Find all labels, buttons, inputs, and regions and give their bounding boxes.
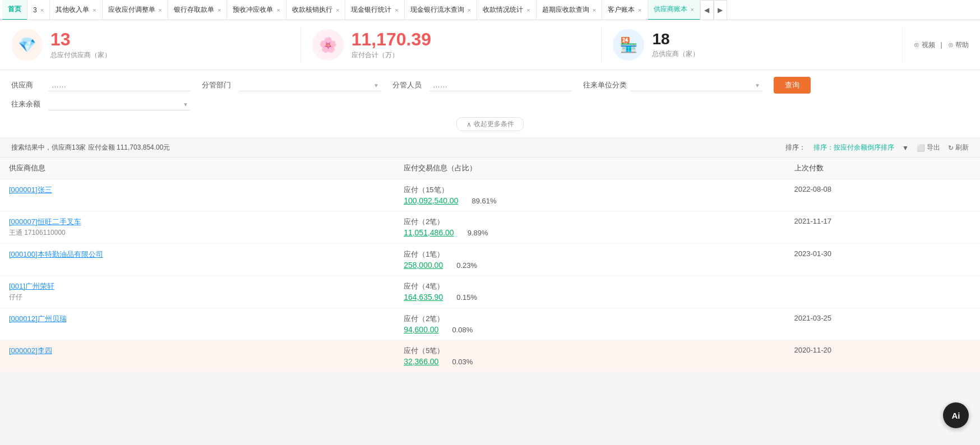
payable-amount[interactable]: 94,600.00: [404, 325, 438, 334]
filter-balance-select[interactable]: [48, 98, 191, 110]
nav-tab-receipt-stat[interactable]: 收款情况统计 ×: [477, 0, 536, 20]
summary-number-suppliers: 13: [50, 30, 111, 49]
nav-tab-cash-flow-query-label: 现金银行流水查询: [410, 5, 464, 15]
nav-tab-supplier-ledger[interactable]: 供应商账本 ×: [648, 0, 700, 20]
nav-tab-home[interactable]: 首页: [2, 0, 27, 20]
query-button[interactable]: 查询: [774, 77, 811, 94]
nav-tab-supplier-ledger-label: 供应商账本: [654, 4, 687, 14]
sep: |: [941, 41, 942, 49]
nav-tab-3[interactable]: 3 ×: [27, 0, 50, 20]
last-pay-date: 2020-11-20: [794, 346, 832, 354]
refresh-button[interactable]: ↻ 刷新: [948, 143, 969, 152]
nav-tab-cash-bank-stat[interactable]: 现金银行统计 ×: [345, 0, 404, 20]
supplier-link[interactable]: [000100]本特勤油品有限公司: [9, 250, 103, 258]
nav-tab-ar-ap-adjust-label: 应收应付调整单: [108, 5, 155, 15]
nav-tab-bank-deposit-label: 银行存取款单: [174, 5, 214, 15]
nav-tab-overdue-ar[interactable]: 超期应收款查询 ×: [537, 0, 602, 20]
th-payable-info: 应付交易信息（占比）: [395, 157, 785, 179]
nav-tab-customer-ledger-label: 客户账本: [608, 5, 635, 15]
supplier-sub: 仔仔: [9, 293, 386, 302]
nav-tab-cash-flow-query[interactable]: 现金银行流水查询 ×: [405, 0, 477, 20]
result-info: 搜索结果中，供应商13家 应付金额 111,703,854.00元: [11, 143, 785, 152]
table-row: [000100]本特勤油品有限公司应付（1笔） 258,000.00 0.23%…: [0, 244, 980, 276]
payable-info-cell: 应付（5笔） 32,366.00 0.03%: [395, 340, 785, 372]
nav-tab-advance-ar[interactable]: 预收冲应收单 ×: [227, 0, 286, 20]
supplier-link[interactable]: [000007]恒旺二手叉车: [9, 217, 81, 226]
summary-card-suppliers: 💎 13 总应付供应商（家）: [11, 27, 301, 63]
close-tab-cash-flow-query-icon[interactable]: ×: [468, 7, 471, 13]
close-tab-3-icon[interactable]: ×: [40, 7, 44, 13]
summary-info-suppliers: 13 总应付供应商（家）: [50, 30, 111, 60]
filter-item-dept: 分管部门 ▼: [202, 79, 381, 91]
close-tab-cash-bank-stat-icon[interactable]: ×: [395, 7, 398, 13]
filter-dept-select[interactable]: [239, 79, 381, 91]
nav-tab-ar-ap-adjust[interactable]: 应收应付调整单 ×: [103, 0, 168, 20]
close-tab-bank-deposit-icon[interactable]: ×: [218, 7, 221, 13]
payable-amount[interactable]: 164,635.90: [404, 293, 443, 302]
supplier-link[interactable]: [000001]张三: [9, 186, 52, 194]
supplier-link[interactable]: [001]广州荣轩: [9, 282, 54, 290]
nav-tab-receipt-stat-label: 收款情况统计: [483, 5, 523, 15]
collapse-button-label: 收起更多条件: [474, 119, 514, 129]
supplier-info-cell: [000100]本特勤油品有限公司: [0, 244, 395, 276]
summary-icon-total-suppliers: 🏪: [613, 29, 644, 61]
summary-label-total-suppliers: 总供应商（家）: [652, 49, 699, 59]
table-body: [000001]张三应付（15笔） 100,092,540.00 89.61% …: [0, 179, 980, 372]
close-tab-other-income-icon[interactable]: ×: [93, 7, 96, 13]
last-pay-cell: 2021-11-17: [785, 211, 980, 244]
supplier-link[interactable]: [000012]广州贝瑞: [9, 314, 67, 323]
toolbar-right: 排序： 排序：按应付余额倒序排序 ▼ ⬜ 导出 ↻ 刷新: [785, 143, 969, 152]
close-tab-receipt-verify-icon[interactable]: ×: [336, 7, 339, 13]
nav-scroll-left-btn[interactable]: ◀: [700, 0, 714, 20]
last-pay-cell: 2022-08-08: [785, 179, 980, 211]
close-tab-advance-ar-icon[interactable]: ×: [276, 7, 280, 13]
payable-amount[interactable]: 32,366.00: [404, 357, 438, 366]
payable-count: 应付（2笔）: [404, 314, 776, 324]
payable-info-cell: 应付（1笔） 258,000.00 0.23%: [395, 244, 785, 276]
payable-pct: 0.23%: [456, 261, 477, 270]
close-tab-overdue-ar-icon[interactable]: ×: [593, 7, 596, 13]
summary-label-payable: 应付合计（万）: [352, 50, 431, 60]
filter-supplier-input[interactable]: [48, 79, 191, 91]
top-nav: 首页 3 × 其他收入单 × 应收应付调整单 × 银行存取款单 × 预收冲应收单…: [0, 0, 980, 20]
filter-balance-select-wrapper: ▼: [48, 98, 191, 110]
nav-scroll-right-btn[interactable]: ▶: [714, 0, 727, 20]
last-pay-date: 2021-11-17: [794, 217, 832, 225]
last-pay-cell: 2023-01-30: [785, 244, 980, 276]
summary-number-payable: 11,170.39: [352, 30, 431, 49]
filter-dept-select-wrapper: ▼: [239, 79, 381, 91]
payable-count: 应付（4笔）: [404, 281, 776, 291]
export-button[interactable]: ⬜ 导出: [917, 143, 940, 152]
supplier-info-cell: [000002]李四: [0, 340, 395, 372]
close-tab-receipt-stat-icon[interactable]: ×: [526, 7, 530, 13]
refresh-icon: ↻: [948, 144, 954, 152]
video-link[interactable]: ⊙ 视频: [914, 40, 935, 50]
close-tab-customer-ledger-icon[interactable]: ×: [638, 7, 641, 13]
th-supplier-info: 供应商信息: [0, 157, 395, 179]
payable-amount[interactable]: 258,000.00: [404, 261, 443, 270]
nav-tab-receipt-verify[interactable]: 收款核销执行 ×: [286, 0, 345, 20]
last-pay-date: 2022-08-08: [794, 185, 832, 193]
sort-value[interactable]: 排序：按应付余额倒序排序: [813, 143, 894, 152]
collapse-button[interactable]: ∧ 收起更多条件: [456, 117, 524, 131]
supplier-link[interactable]: [000002]李四: [9, 346, 52, 355]
table-container: 供应商信息 应付交易信息（占比） 上次付数 [000001]张三应付（15笔） …: [0, 157, 980, 372]
help-link[interactable]: ⊙ 帮助: [948, 40, 969, 50]
filter-category-select[interactable]: [630, 79, 762, 91]
payable-amount[interactable]: 11,051,486.00: [404, 228, 454, 237]
filter-person-input[interactable]: [429, 79, 572, 91]
payable-pct: 0.03%: [452, 358, 473, 366]
payable-count: 应付（2笔）: [404, 217, 776, 227]
filter-item-balance: 往来余额 ▼: [11, 98, 191, 110]
nav-tab-other-income[interactable]: 其他收入单 ×: [50, 0, 102, 20]
nav-tab-bank-deposit[interactable]: 银行存取款单 ×: [168, 0, 227, 20]
filter-balance-label: 往来余额: [11, 99, 45, 109]
nav-tab-customer-ledger[interactable]: 客户账本 ×: [602, 0, 648, 20]
result-bar: 搜索结果中，供应商13家 应付金额 111,703,854.00元 排序： 排序…: [0, 138, 980, 157]
payable-count: 应付（5笔）: [404, 346, 776, 356]
supplier-info-cell: [000001]张三: [0, 179, 395, 211]
close-tab-supplier-ledger-icon[interactable]: ×: [691, 6, 694, 13]
payable-amount[interactable]: 100,092,540.00: [404, 196, 458, 205]
close-tab-ar-ap-adjust-icon[interactable]: ×: [159, 7, 162, 13]
table-row: [000012]广州贝瑞应付（2笔） 94,600.00 0.08% 2021-…: [0, 308, 980, 340]
